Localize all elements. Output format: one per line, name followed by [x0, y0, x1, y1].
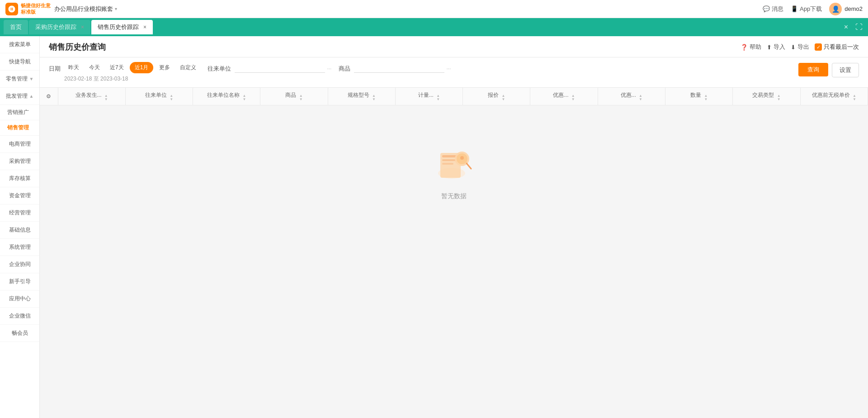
- help-icon: ❓: [741, 44, 748, 51]
- sort-unit-icon[interactable]: ▲▼: [436, 94, 440, 101]
- export-button[interactable]: ⬇ 导出: [791, 43, 809, 51]
- sort-goods-icon[interactable]: ▲▼: [299, 94, 303, 101]
- import-button[interactable]: ⬆ 导入: [767, 43, 785, 51]
- tab-purchase-history-label: 采购历史价跟踪: [35, 23, 76, 31]
- main-layout: 搜索菜单 快捷导航 零售管理 ▼ 批发管理 ▲ 营销推广 销售管理 电商管理 采…: [0, 36, 868, 418]
- partner-filter-label: 往来单位: [208, 62, 231, 73]
- partner-input[interactable]: [235, 62, 325, 73]
- col-discount2-label: 优惠...: [621, 92, 636, 98]
- col-discount2[interactable]: 优惠... ▲▼: [598, 88, 665, 105]
- sort-quantity-icon[interactable]: ▲▼: [704, 94, 708, 101]
- enterprise-collab-label: 企业协同: [9, 261, 31, 268]
- sidebar-item-new-user-guide[interactable]: 新手引导: [0, 273, 39, 290]
- goods-dots[interactable]: ...: [446, 64, 451, 71]
- goods-input-group: ...: [354, 62, 451, 73]
- col-biz-date[interactable]: 业务发生... ▲▼: [58, 88, 125, 105]
- date-btn-yesterday[interactable]: 昨天: [64, 62, 83, 73]
- col-partner-name[interactable]: 往来单位名称 ▲▼: [193, 88, 260, 105]
- col-quantity[interactable]: 数量 ▲▼: [665, 88, 733, 105]
- page-header: 销售历史价查询 ❓ 帮助 ⬆ 导入 ⬇ 导出: [40, 36, 868, 57]
- sidebar-item-sales-mgmt[interactable]: 销售管理: [0, 120, 39, 136]
- sort-pretax-price-icon[interactable]: ▲▼: [853, 94, 856, 101]
- date-filter-label: 日期: [49, 62, 61, 73]
- date-btn-1month[interactable]: 近1月: [130, 62, 154, 73]
- tab-sales-history[interactable]: 销售历史价跟踪 ×: [91, 20, 153, 34]
- date-btn-7days[interactable]: 近7天: [106, 62, 128, 73]
- tab-home[interactable]: 首页: [4, 20, 28, 34]
- svg-point-8: [460, 156, 464, 160]
- sidebar-item-system-settings[interactable]: 系统管理: [0, 239, 39, 256]
- logo-area: 畅捷信好生意 标准版: [5, 3, 51, 15]
- tab-sales-history-close[interactable]: ×: [143, 24, 146, 30]
- message-button[interactable]: 💬 消息: [763, 5, 783, 13]
- avatar: 👤: [829, 3, 842, 15]
- sidebar-item-finance-mgmt[interactable]: 资金管理: [0, 187, 39, 204]
- col-pretax-price[interactable]: 优惠前无税单价 ▲▼: [800, 88, 868, 105]
- sort-quote-price-icon[interactable]: ▲▼: [502, 94, 505, 101]
- settings-gear-icon[interactable]: ⚙: [46, 93, 51, 100]
- topbar: 畅捷信好生意 标准版 办公用品行业模拟账套 ▾ 💬 消息 📱 App下载 👤 d…: [0, 0, 868, 18]
- sidebar-item-marketing-promo[interactable]: 营销推广: [0, 105, 39, 120]
- sort-biz-date-icon[interactable]: ▲▼: [104, 94, 108, 101]
- sidebar-item-quick-nav[interactable]: 快捷导航: [0, 53, 39, 71]
- sidebar-item-ecommerce-mgmt[interactable]: 电商管理: [0, 136, 39, 153]
- sidebar: 搜索菜单 快捷导航 零售管理 ▼ 批发管理 ▲ 营销推广 销售管理 电商管理 采…: [0, 36, 40, 418]
- col-discount1[interactable]: 优惠... ▲▼: [530, 88, 598, 105]
- goods-input[interactable]: [354, 62, 444, 73]
- col-goods-label: 商品: [285, 92, 296, 98]
- col-spec-label: 规格型号: [348, 92, 369, 98]
- new-user-guide-label: 新手引导: [9, 278, 31, 285]
- sidebar-item-app-center[interactable]: 应用中心: [0, 290, 39, 308]
- table-body: 暂无数据: [40, 105, 868, 237]
- sort-discount1-icon[interactable]: ▲▼: [571, 94, 575, 101]
- col-spec[interactable]: 规格型号 ▲▼: [328, 88, 395, 105]
- date-btn-custom[interactable]: 自定义: [176, 62, 200, 73]
- system-settings-label: 系统管理: [9, 243, 31, 251]
- sidebar-item-retail-mgmt[interactable]: 零售管理 ▼: [0, 71, 39, 88]
- tab-purchase-history[interactable]: 采购历史价跟踪 ×: [29, 20, 90, 34]
- app-selector[interactable]: 办公用品行业模拟账套 ▾: [54, 5, 117, 13]
- only-last-checkbox-label[interactable]: 只看最后一次: [815, 43, 859, 51]
- col-quote-price-label: 报价: [488, 92, 499, 98]
- tab-purchase-history-close[interactable]: ×: [81, 24, 84, 30]
- tabbar-actions: × ⛶: [842, 21, 864, 33]
- settings-button[interactable]: 设置: [832, 63, 859, 77]
- message-icon: 💬: [763, 5, 770, 12]
- col-quote-price[interactable]: 报价 ▲▼: [463, 88, 530, 105]
- sort-partner-name-icon[interactable]: ▲▼: [242, 94, 246, 101]
- sidebar-item-inventory-check[interactable]: 库存核算: [0, 170, 39, 187]
- sidebar-item-wholesale-mgmt[interactable]: 批发管理 ▲: [0, 88, 39, 105]
- col-partner-name-label: 往来单位名称: [207, 92, 240, 98]
- col-unit-label: 计量...: [418, 92, 434, 98]
- only-last-checkbox[interactable]: [815, 43, 822, 51]
- help-button[interactable]: ❓ 帮助: [741, 43, 761, 51]
- sidebar-item-enterprise-wechat[interactable]: 企业微信: [0, 308, 39, 325]
- date-btn-more[interactable]: 更多: [155, 62, 174, 73]
- sort-discount2-icon[interactable]: ▲▼: [639, 94, 642, 101]
- sort-trade-type-icon[interactable]: ▲▼: [777, 94, 781, 101]
- sidebar-item-basic-info[interactable]: 基础信息: [0, 222, 39, 239]
- query-button[interactable]: 查询: [798, 63, 828, 76]
- sort-partner-code-icon[interactable]: ▲▼: [170, 94, 173, 101]
- sort-spec-icon[interactable]: ▲▼: [372, 94, 376, 101]
- col-goods[interactable]: 商品 ▲▼: [260, 88, 328, 105]
- col-discount1-label: 优惠...: [553, 92, 568, 98]
- date-btn-today[interactable]: 今天: [85, 62, 104, 73]
- svg-rect-3: [442, 159, 456, 161]
- sidebar-item-purchase-mgmt[interactable]: 采购管理: [0, 153, 39, 170]
- search-menu-label: 搜索菜单: [9, 41, 31, 48]
- user-profile[interactable]: 👤 demo2: [829, 3, 863, 15]
- sidebar-item-search-menu[interactable]: 搜索菜单: [0, 36, 39, 53]
- app-download-button[interactable]: 📱 App下载: [791, 5, 822, 13]
- col-unit[interactable]: 计量... ▲▼: [395, 88, 462, 105]
- close-all-tabs-button[interactable]: ×: [842, 21, 850, 33]
- sidebar-item-member[interactable]: 畅会员: [0, 325, 39, 342]
- col-trade-type[interactable]: 交易类型 ▲▼: [733, 88, 800, 105]
- col-settings[interactable]: ⚙: [40, 88, 58, 105]
- partner-dots[interactable]: ...: [327, 64, 331, 71]
- sidebar-item-enterprise-collab[interactable]: 企业协同: [0, 256, 39, 273]
- fullscreen-button[interactable]: ⛶: [854, 21, 864, 33]
- col-partner-code[interactable]: 往来单位 ▲▼: [125, 88, 193, 105]
- sidebar-item-operations-mgmt[interactable]: 经营管理: [0, 204, 39, 222]
- empty-state: 暂无数据: [40, 105, 868, 237]
